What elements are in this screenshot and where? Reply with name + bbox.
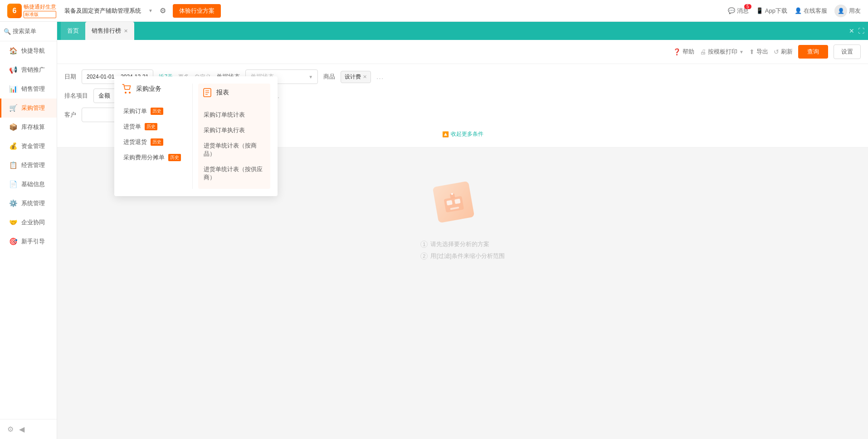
sidebar-item-system[interactable]: ⚙️ 系统管理 <box>0 194 57 213</box>
goods-receipt-label: 进货单 <box>123 123 141 131</box>
report-icon <box>202 88 212 98</box>
tab-home[interactable]: 首页 <box>61 22 85 40</box>
purchase-col-header: 采购业务 <box>122 84 187 98</box>
report-col-icon <box>202 87 213 98</box>
title-dropdown-icon[interactable]: ▼ <box>148 8 153 13</box>
window-close-icon[interactable]: ✕ <box>849 27 854 35</box>
sidebar-item-enterprise[interactable]: 🤝 企业协同 <box>0 213 57 232</box>
svg-rect-0 <box>444 196 464 212</box>
empty-texts: 1 请先选择要分析的方案 2 用[过滤]条件来缩小分析范围 <box>420 238 504 262</box>
empty-step1: 1 请先选择要分析的方案 <box>420 238 504 250</box>
dropdown-item-purchase-expense[interactable]: 采购费用分摊单 历史 <box>122 150 187 165</box>
basic-info-icon: 📄 <box>9 180 18 188</box>
empty-illustration <box>433 181 475 223</box>
customer-label: 客户 <box>64 111 76 119</box>
mobile-icon: 📱 <box>756 7 763 14</box>
print-action[interactable]: 🖨 按模板打印 ▼ <box>700 48 744 56</box>
dropdown-item-goods-receipt[interactable]: 进货单 历史 <box>122 119 187 134</box>
print-dropdown-icon[interactable]: ▼ <box>739 49 744 54</box>
purchase-col-icon <box>122 84 132 94</box>
finance-icon: 💰 <box>9 142 18 150</box>
app-download-label: App下载 <box>765 7 787 15</box>
sidebar-search[interactable]: 🔍 搜索菜单 <box>0 22 57 41</box>
dropdown-cols: 采购业务 采购订单 历史 进货单 历史 进货退货 <box>122 84 270 189</box>
sidebar-item-basic-info[interactable]: 📄 基础信息 <box>0 175 57 194</box>
sidebar-item-finance[interactable]: 💰 资金管理 <box>0 137 57 156</box>
goods-tag-close[interactable]: ✕ <box>363 74 367 80</box>
search-button[interactable]: 查询 <box>798 45 828 59</box>
dropdown-item-purchase-order[interactable]: 采购订单 历史 <box>122 104 187 119</box>
top-bar-left: 6 畅捷通好生意 标准版 装备及固定资产辅助管理系统 ▼ ⚙ 体验行业方案 <box>7 3 221 18</box>
help-action[interactable]: ❓ 帮助 <box>673 48 694 56</box>
top-bar-right: 💬 消息 5 📱 App下载 👤 在线客服 👤 用友 <box>728 5 861 17</box>
avatar: 👤 <box>834 5 847 17</box>
dropdown-item-po-exec[interactable]: 采购订单执行表 <box>202 123 267 138</box>
message-icon-group[interactable]: 💬 消息 5 <box>728 7 749 15</box>
purchase-expense-badge: 历史 <box>168 154 181 161</box>
purchase-order-label: 采购订单 <box>123 107 147 115</box>
tab-sales-rank-label: 销售排行榜 <box>92 27 121 35</box>
svg-point-7 <box>129 92 131 94</box>
sidebar-item-operation[interactable]: 📋 经营管理 <box>0 156 57 175</box>
ranking-label: 排名项目 <box>64 92 88 100</box>
robot-icon <box>438 186 469 218</box>
sidebar-item-quick-nav[interactable]: 🏠 快捷导航 <box>0 41 57 60</box>
po-exec-label: 采购订单执行表 <box>204 126 245 134</box>
app-download-group[interactable]: 📱 App下载 <box>756 7 787 15</box>
report-col-title: 报表 <box>216 89 229 97</box>
purchase-expense-label: 采购费用分摊单 <box>123 153 165 162</box>
collapse-button[interactable]: 🔼 收起更多条件 <box>442 130 483 138</box>
settings-icon[interactable]: ⚙ <box>156 5 169 17</box>
purchase-col: 采购业务 采购订单 历史 进货单 历史 进货退货 <box>122 84 187 189</box>
refresh-action[interactable]: ↺ 刷新 <box>774 48 793 56</box>
set-button[interactable]: 设置 <box>834 44 861 59</box>
tab-bar: 首页 销售排行榜 ✕ ✕ ⛶ <box>57 22 868 40</box>
goods-receipt-badge: 历史 <box>145 123 157 130</box>
home-icon: 🏠 <box>9 47 18 55</box>
export-icon: ⬆ <box>749 48 755 55</box>
logo-text: 畅捷通好生意 标准版 <box>24 3 56 18</box>
user-group[interactable]: 👤 用友 <box>834 5 861 17</box>
sidebar-item-purchase[interactable]: 🛒 采购管理 <box>0 99 57 118</box>
tab-sales-rank[interactable]: 销售排行榜 ✕ <box>85 22 134 40</box>
industry-button[interactable]: 体验行业方案 <box>173 4 221 18</box>
online-service-label: 在线客服 <box>804 7 827 15</box>
purchase-dropdown-menu: 采购业务 采购订单 历史 进货单 历史 进货退货 <box>114 76 278 196</box>
sidebar-item-guide[interactable]: 🎯 新手引导 <box>0 232 57 251</box>
print-icon: 🖨 <box>700 48 706 55</box>
logo-icon: 6 <box>7 4 22 18</box>
goods-tag: 设计费 ✕ <box>341 71 371 83</box>
system-icon: ⚙️ <box>9 199 18 207</box>
dropdown-item-receipt-by-supplier[interactable]: 进货单统计表（按供应商） <box>202 162 267 185</box>
purchase-order-badge: 历史 <box>151 108 163 115</box>
system-title: 装备及固定资产辅助管理系统 <box>61 7 145 15</box>
tab-close-icon[interactable]: ✕ <box>124 28 128 34</box>
window-maximize-icon[interactable]: ⛶ <box>858 27 864 35</box>
goods-label: 商品 <box>323 73 335 81</box>
footer-collapse-icon[interactable]: ◀ <box>19 425 24 434</box>
dropdown-item-po-stats[interactable]: 采购订单统计表 <box>202 107 267 123</box>
dropdown-item-receipt-by-goods[interactable]: 进货单统计表（按商品） <box>202 138 267 162</box>
user-label: 用友 <box>849 7 861 15</box>
sidebar-item-marketing[interactable]: 📢 营销推广 <box>0 60 57 79</box>
content-header: ❓ 帮助 🖨 按模板打印 ▼ ⬆ 导出 ↺ 刷新 <box>57 40 868 64</box>
search-menu-icon: 🔍 搜索菜单 <box>4 27 53 35</box>
goods-dots[interactable]: ... <box>376 74 384 80</box>
logo-area: 6 畅捷通好生意 标准版 <box>7 3 57 18</box>
empty-step2: 2 用[过滤]条件来缩小分析范围 <box>420 250 504 262</box>
operation-icon: 📋 <box>9 161 18 169</box>
tab-home-label: 首页 <box>67 27 79 35</box>
sales-icon: 📊 <box>9 85 18 93</box>
footer-settings-icon[interactable]: ⚙ <box>7 425 14 434</box>
online-service-group[interactable]: 👤 在线客服 <box>795 7 827 15</box>
empty-icon <box>435 184 490 229</box>
po-stats-label: 采购订单统计表 <box>204 111 245 119</box>
dropdown-item-goods-return[interactable]: 进货退货 历史 <box>122 134 187 150</box>
sidebar-item-sales[interactable]: 📊 销售管理 <box>0 79 57 99</box>
cart-icon <box>122 84 132 94</box>
export-action[interactable]: ⬆ 导出 <box>749 48 768 56</box>
sidebar-item-inventory[interactable]: 📦 库存核算 <box>0 118 57 137</box>
goods-return-badge: 历史 <box>151 138 163 146</box>
sidebar: 🔍 搜索菜单 🏠 快捷导航 📢 营销推广 📊 销售管理 🛒 <box>0 22 57 439</box>
guide-icon: 🎯 <box>9 237 18 246</box>
